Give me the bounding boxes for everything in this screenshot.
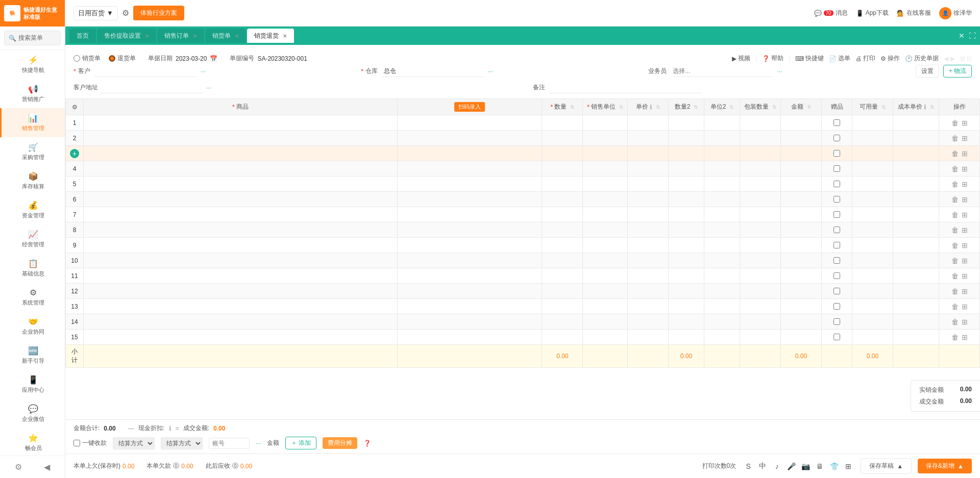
tool-icon-1[interactable]: S <box>742 460 754 472</box>
delete-icon-13[interactable]: 🗑 <box>951 303 959 311</box>
row-unit-8[interactable] <box>583 222 628 238</box>
row-unit2-8[interactable] <box>704 222 740 238</box>
copy-icon-15[interactable]: ⊞ <box>962 333 968 341</box>
sidebar-item-appstore[interactable]: 📱 应用中心 <box>0 370 65 399</box>
row-unit-12[interactable] <box>583 284 628 299</box>
row-unit2-14[interactable] <box>704 314 740 330</box>
row-price-6[interactable] <box>628 192 669 207</box>
daily-select[interactable]: 日用百货 ▼ <box>74 6 118 20</box>
message-btn[interactable]: 💬 70 消息 <box>814 9 848 17</box>
one-click-checkbox[interactable]: 一键收款 <box>74 439 107 447</box>
delete-icon-14[interactable]: 🗑 <box>951 318 959 326</box>
copy-icon-2[interactable]: ⊞ <box>962 134 968 142</box>
row-amount-10[interactable] <box>781 253 822 268</box>
row-price-11[interactable] <box>628 268 669 284</box>
row-unit-6[interactable] <box>583 192 628 207</box>
row-pack-8[interactable] <box>740 222 781 238</box>
sidebar-item-finance[interactable]: 💰 资金管理 <box>0 195 65 224</box>
row-pack-6[interactable] <box>740 192 781 207</box>
row-amount-15[interactable] <box>781 330 822 345</box>
row-price-15[interactable] <box>628 330 669 345</box>
row-amount-3[interactable] <box>781 146 822 161</box>
row-pack-3[interactable] <box>740 146 781 161</box>
copy-icon-12[interactable]: ⊞ <box>962 287 968 295</box>
row-price-2[interactable] <box>628 131 669 146</box>
row-qty2-13[interactable] <box>669 299 704 314</box>
row-unit2-5[interactable] <box>704 177 740 192</box>
row-price-14[interactable] <box>628 314 669 330</box>
row-price-3[interactable] <box>628 146 669 161</box>
row-unit-13[interactable] <box>583 299 628 314</box>
row-qty-6[interactable] <box>542 192 583 207</box>
tab-sales[interactable]: 销货单 ✕ <box>205 29 246 43</box>
delete-icon-3[interactable]: 🗑 <box>951 149 959 158</box>
th-gear[interactable]: ⚙ <box>66 99 84 115</box>
calc-method-select[interactable]: 结算方式 <box>161 437 203 449</box>
tool-icon-3[interactable]: ♪ <box>771 460 783 472</box>
tab-close-all-btn[interactable]: ✕ <box>959 32 965 40</box>
copy-icon-3[interactable]: ⊞ <box>962 149 968 158</box>
row-unit2-2[interactable] <box>704 131 740 146</box>
row-pack-11[interactable] <box>740 268 781 284</box>
delete-icon-8[interactable]: 🗑 <box>951 226 959 234</box>
sidebar-item-enterprise[interactable]: 🤝 企业协同 <box>0 312 65 341</box>
history-btn[interactable]: 🕐 历史单据 <box>905 54 939 63</box>
online-service-btn[interactable]: 💁 在线客服 <box>897 9 931 17</box>
sidebar-item-member[interactable]: ⭐ 畅会员 <box>0 428 65 456</box>
row-pack-15[interactable] <box>740 330 781 345</box>
row-qty2-10[interactable] <box>669 253 704 268</box>
copy-icon-8[interactable]: ⊞ <box>962 226 968 234</box>
row-price-12[interactable] <box>628 284 669 299</box>
row-pack-14[interactable] <box>740 314 781 330</box>
row-price-9[interactable] <box>628 238 669 253</box>
tool-icon-6[interactable]: 🖥 <box>814 460 826 472</box>
row-pack-1[interactable] <box>740 115 781 131</box>
row-qty-1[interactable] <box>542 115 583 131</box>
row-amount-4[interactable] <box>781 161 822 177</box>
row-product-2[interactable] <box>84 131 398 146</box>
row-amount-14[interactable] <box>781 314 822 330</box>
delete-icon-1[interactable]: 🗑 <box>951 119 959 127</box>
salesperson-input[interactable] <box>671 65 773 77</box>
copy-icon-13[interactable]: ⊞ <box>962 303 968 311</box>
row-product-7[interactable] <box>84 207 398 222</box>
row-qty-3[interactable] <box>542 146 583 161</box>
sidebar-item-purchase[interactable]: 🛒 采购管理 <box>0 137 65 166</box>
row-unit2-7[interactable] <box>704 207 740 222</box>
tool-icon-7[interactable]: 👕 <box>828 460 840 472</box>
row-amount-1[interactable] <box>781 115 822 131</box>
sidebar-item-shortcut[interactable]: ⚡ 快捷导航 <box>0 50 65 79</box>
settings-btn[interactable]: 设置 <box>916 65 939 78</box>
row-qty2-5[interactable] <box>669 177 704 192</box>
delete-icon-15[interactable]: 🗑 <box>951 333 959 341</box>
tab-price-setting[interactable]: 售价提取设置 ✕ <box>97 29 156 43</box>
row-pack-9[interactable] <box>740 238 781 253</box>
copy-icon-4[interactable]: ⊞ <box>962 165 968 173</box>
row-unit-10[interactable] <box>583 253 628 268</box>
row-unit-2[interactable] <box>583 131 628 146</box>
copy-icon-14[interactable]: ⊞ <box>962 318 968 326</box>
address-ellipsis-btn[interactable]: ··· <box>206 84 211 91</box>
row-qty2-7[interactable] <box>669 207 704 222</box>
copy-icon-9[interactable]: ⊞ <box>962 241 968 249</box>
row-qty2-12[interactable] <box>669 284 704 299</box>
tab-expand-btn[interactable]: ⛶ <box>969 32 976 40</box>
tab-sales-return[interactable]: 销货退货 ✕ <box>247 29 294 43</box>
save-new-btn[interactable]: 保存&新增 ▲ <box>918 459 972 473</box>
sidebar-item-guide[interactable]: 🆕 新手引导 <box>0 341 65 370</box>
copy-icon-10[interactable]: ⊞ <box>962 257 968 265</box>
row-product-3[interactable] <box>84 146 398 161</box>
row-qty2-6[interactable] <box>669 192 704 207</box>
row-unit-3[interactable] <box>583 146 628 161</box>
row-unit2-6[interactable] <box>704 192 740 207</box>
shortcut-btn[interactable]: ⌨ 快捷键 <box>795 54 824 63</box>
tool-icon-8[interactable]: ⊞ <box>842 460 854 472</box>
copy-icon-11[interactable]: ⊞ <box>962 272 968 280</box>
row-unit2-12[interactable] <box>704 284 740 299</box>
row-amount-8[interactable] <box>781 222 822 238</box>
salesperson-ellipsis-btn[interactable]: ··· <box>777 68 782 75</box>
copy-icon-6[interactable]: ⊞ <box>962 195 968 204</box>
row-price-8[interactable] <box>628 222 669 238</box>
tool-icon-2[interactable]: 中 <box>756 460 769 472</box>
settings-bottom-btn[interactable]: ⚙ <box>13 460 24 474</box>
